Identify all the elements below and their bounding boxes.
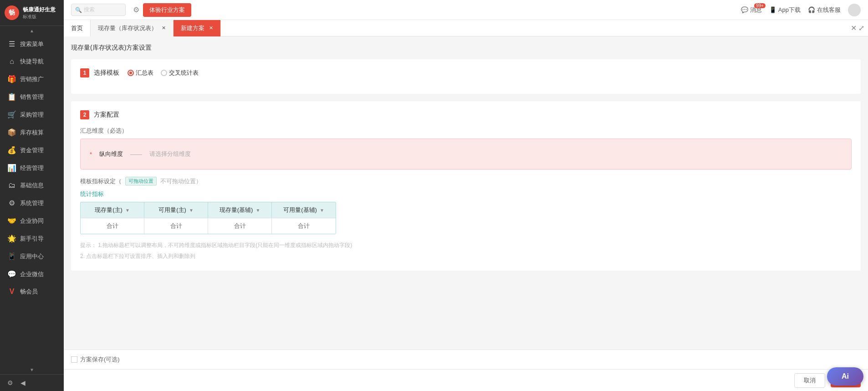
dimension-placeholder-text: 请选择分组维度 [149,150,191,158]
section1-header: 1 选择模板 汇总表 交叉统计表 [80,68,852,77]
sidebar-scroll-up[interactable]: ▲ [0,26,64,35]
section1-label: 选择模板 [94,69,119,77]
sales-icon: 📋 [7,93,16,101]
user-avatar[interactable] [848,4,861,16]
template-radio-group: 汇总表 交叉统计表 [128,69,199,77]
header-settings-icon[interactable]: ⚙ [133,5,139,14]
cancel-button[interactable]: 取消 [794,373,825,388]
sidebar-nav: ☰ 搜索菜单 ⌂ 快捷导航 🎁 营销推广 📋 销售管理 🛒 采购管理 📦 库存核… [0,35,64,365]
sidebar-item-finance[interactable]: 💰 资金管理 [0,141,64,159]
search-menu-icon: ☰ [7,40,16,48]
inventory-icon: 📦 [7,128,16,137]
sidebar-item-purchase[interactable]: 🛒 采购管理 [0,106,64,123]
main-area: 🔍 搜索 ⚙ 体验行业方案 💬 消息 99+ 📱 App下载 🎧 在线客服 [64,0,868,391]
dimension-selector-row[interactable]: * 纵向维度 —— 请选择分组维度 [80,139,852,170]
online-service-button[interactable]: 🎧 在线客服 [808,6,841,14]
tabs-bar: 首页 现存量（库存状况表） ✕ 新建方案 ✕ ✕ ⤢ [64,20,868,36]
sidebar-item-app-center[interactable]: 📱 应用中心 [0,247,64,265]
system-icon: ⚙ [7,199,16,207]
fullscreen-tab-action[interactable]: ⤢ [858,24,864,32]
section2-header: 2 方案配置 [80,110,852,119]
sidebar-scroll-down[interactable]: ▼ [0,365,64,374]
stats-data-row: 合计 合计 合计 合计 [81,218,336,234]
header: 🔍 搜索 ⚙ 体验行业方案 💬 消息 99+ 📱 App下载 🎧 在线客服 [64,0,868,20]
settings-icon[interactable]: ⚙ [7,379,13,386]
stats-col-header-0[interactable]: 现存量(主) ▼ [81,202,144,218]
app-center-icon: 📱 [7,252,16,261]
tab-close-new-plan[interactable]: ✕ [209,25,213,31]
content-area: 现存量(库存状况表)方案设置 1 选择模板 汇总表 交叉统计表 [64,36,868,350]
stats-col-header-3[interactable]: 可用量(基辅) ▼ [272,202,336,218]
section2-number: 2 [80,110,89,119]
sidebar-item-cooperation[interactable]: 🤝 企业协同 [0,212,64,230]
sidebar-item-quick-nav[interactable]: ⌂ 快捷导航 [0,53,64,70]
stats-data-cell-1: 合计 [144,218,208,234]
tab-inventory-status[interactable]: 现存量（库存状况表） ✕ [91,20,174,36]
sidebar-item-sales[interactable]: 📋 销售管理 [0,88,64,106]
chevron-col3: ▼ [320,208,324,213]
section-plan-config: 2 方案配置 汇总维度（必选） * 纵向维度 —— 请选择分组维度 模板指标设定… [71,101,861,271]
purchase-icon: 🛒 [7,110,16,119]
save-label: 方案保存(可选) [80,355,120,364]
member-icon: V [7,288,16,296]
tab-home[interactable]: 首页 [64,20,91,36]
stats-header-row: 现存量(主) ▼ 可用量(主) ▼ 现存量(基辅) ▼ [81,202,336,218]
app-logo-icon: 畅 [5,5,19,20]
collapse-icon[interactable]: ◀ [20,379,26,386]
finance-icon: 💰 [7,146,16,154]
save-row: 方案保存(可选) [64,350,868,369]
sidebar-item-wechat[interactable]: 💬 企业微信 [0,265,64,283]
section2-label: 方案配置 [94,111,119,119]
dimension-field-name: 纵向维度 [99,150,123,158]
search-icon: 🔍 [75,7,82,13]
newbie-icon: 🌟 [7,234,16,243]
tips-section: 提示： 1.拖动标题栏可以调整布局，不可跨维度或指标区域拖动栏目字段(只能在同一… [80,240,852,262]
radio-summary[interactable]: 汇总表 [128,69,153,77]
message-badge: 99+ [754,3,766,8]
metrics-setting-label: 模板指标设定（ 可拖动位置 不可拖动位置） [80,177,852,185]
draggable-badge: 可拖动位置 [125,177,157,185]
tips-title: 提示： 1.拖动标题栏可以调整布局，不可跨维度或指标区域拖动栏目字段(只能在同一… [80,240,852,251]
sidebar-item-marketing[interactable]: 🎁 营销推广 [0,70,64,88]
radio-dot-summary [128,70,134,76]
dimension-field-label: 汇总维度（必选） [80,127,852,135]
cooperation-icon: 🤝 [7,216,16,225]
required-mark: * [90,151,92,158]
stats-section: 统计指标 现存量(主) ▼ 可用量(主) ▼ [80,190,852,234]
radio-cross[interactable]: 交叉统计表 [161,69,199,77]
marketing-icon: 🎁 [7,75,16,83]
ai-bubble[interactable]: Ai [827,367,863,386]
trial-button[interactable]: 体验行业方案 [143,3,191,17]
stats-data-cell-3: 合计 [272,218,336,234]
messages-button[interactable]: 💬 消息 99+ [741,6,762,14]
stats-data-cell-0: 合计 [81,218,144,234]
header-left: 🔍 搜索 ⚙ 体验行业方案 [71,3,191,17]
sidebar-item-search-menu[interactable]: ☰ 搜索菜单 [0,35,64,53]
basic-info-icon: 🗂 [7,181,16,190]
stats-title: 统计指标 [80,190,852,198]
app-download-button[interactable]: 📱 App下载 [769,6,801,14]
header-search-box[interactable]: 🔍 搜索 [71,4,126,16]
sidebar-logo-text: 畅康通好生意 标准版 [23,6,56,20]
close-tab-action[interactable]: ✕ [851,24,857,32]
sidebar-logo: 畅 畅康通好生意 标准版 [0,0,64,26]
footer: 取消 查询 [64,369,868,391]
tab-close-inventory[interactable]: ✕ [162,25,166,31]
stats-data-cell-2: 合计 [208,218,272,234]
sidebar-item-operations[interactable]: 📊 经营管理 [0,159,64,177]
sidebar-item-member[interactable]: V 畅会员 [0,283,64,300]
tips-item2: 2. 点击标题栏下拉可设置排序、插入列和删除列 [80,251,852,262]
stats-col-header-2[interactable]: 现存量(基辅) ▼ [208,202,272,218]
sidebar-item-newbie[interactable]: 🌟 新手引导 [0,230,64,247]
tab-new-plan[interactable]: 新建方案 ✕ [174,20,221,36]
save-checkbox[interactable] [71,356,77,363]
sidebar-item-basic-info[interactable]: 🗂 基础信息 [0,177,64,194]
chevron-col1: ▼ [189,208,194,213]
sidebar-item-inventory[interactable]: 📦 库存核算 [0,123,64,141]
sidebar-item-system[interactable]: ⚙ 系统管理 [0,194,64,212]
section1-number: 1 [80,68,89,77]
header-right: 💬 消息 99+ 📱 App下载 🎧 在线客服 [741,4,861,16]
stats-table: 现存量(主) ▼ 可用量(主) ▼ 现存量(基辅) ▼ [80,202,336,234]
stats-col-header-1[interactable]: 可用量(主) ▼ [144,202,208,218]
sidebar: 畅 畅康通好生意 标准版 ▲ ☰ 搜索菜单 ⌂ 快捷导航 🎁 营销推广 📋 销售… [0,0,64,391]
